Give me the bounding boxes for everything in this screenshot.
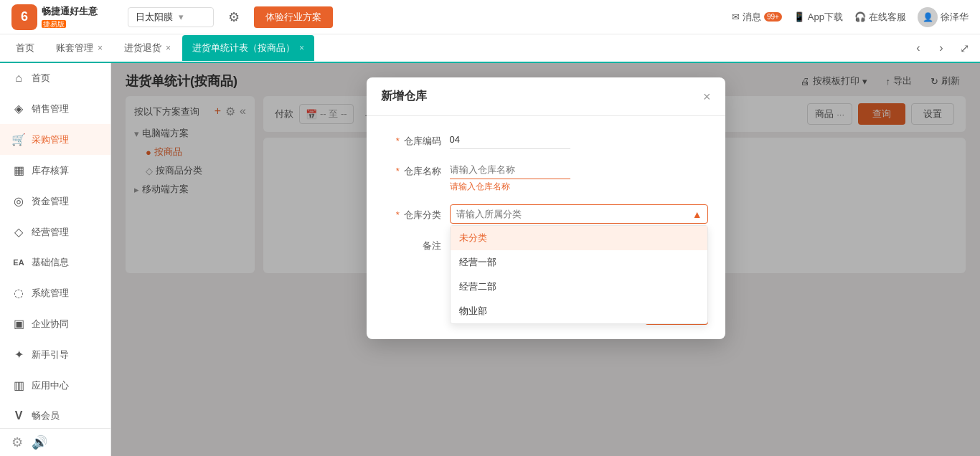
- sidebar-home-label: 首页: [32, 72, 99, 85]
- category-dropdown-wrap: ▲ 未分类 经营一部 经营二部 物业部: [450, 204, 708, 224]
- app-download-btn[interactable]: 📱 App下载: [793, 11, 843, 24]
- tab-expand-btn[interactable]: ⤢: [954, 38, 974, 58]
- sidebar-item-guide[interactable]: ✦ 新手引导: [0, 339, 110, 370]
- topbar-settings-btn[interactable]: ⚙: [222, 6, 245, 29]
- sidebar-operations-label: 经营管理: [32, 226, 99, 239]
- sales-icon: ◈: [11, 102, 26, 115]
- sidebar-member-label: 畅会员: [32, 409, 99, 422]
- dropdown-item-dept3[interactable]: 物业部: [451, 299, 707, 323]
- category-input[interactable]: [450, 204, 708, 224]
- home-icon: ⌂: [11, 72, 26, 85]
- remark-label: 备注: [384, 235, 441, 252]
- tab-purchase-stats-label: 进货单统计表（按商品）: [192, 42, 295, 54]
- sidebar-finance-label: 资金管理: [32, 195, 99, 208]
- enterprise-icon: ▣: [11, 317, 26, 331]
- content-area: 进货单统计(按商品) 🖨 按模板打印 ▾ ↑ 导出 ↻ 刷新: [111, 63, 980, 456]
- sidebar-guide-label: 新手引导: [32, 348, 99, 361]
- service-btn[interactable]: 🎧 在线客服: [854, 11, 906, 24]
- code-label: * 仓库编码: [384, 130, 441, 148]
- member-icon: V: [11, 409, 26, 422]
- sidebar-item-inventory[interactable]: ▦ 库存核算: [0, 155, 110, 186]
- sidebar-item-operations[interactable]: ◇ 经营管理: [0, 217, 110, 247]
- sidebar-system-label: 系统管理: [32, 287, 99, 300]
- store-selector[interactable]: 日太阳膜 ▾: [128, 7, 214, 27]
- top-bar: 6 畅捷通好生意 捷易版 日太阳膜 ▾ ⚙ 体验行业方案 ✉ 消息 99+ 📱 …: [0, 0, 980, 34]
- dropdown-item-dept1[interactable]: 经营一部: [451, 250, 707, 275]
- sidebar-enterprise-label: 企业协同: [32, 318, 99, 331]
- headset-icon: 🎧: [854, 11, 866, 22]
- sidebar-item-enterprise[interactable]: ▣ 企业协同: [0, 308, 110, 339]
- category-dropdown-arrow[interactable]: ▲: [692, 209, 702, 220]
- name-label: * 仓库名称: [384, 161, 441, 178]
- name-field-wrap: 请输入仓库名称: [450, 161, 708, 193]
- mobile-icon: 📱: [793, 11, 805, 22]
- tab-accounts-label: 账套管理: [56, 42, 93, 54]
- tab-purchase-return-label: 进货退货: [124, 42, 161, 54]
- category-label: * 仓库分类: [384, 204, 441, 222]
- code-input[interactable]: [450, 130, 570, 149]
- user-name: 徐泽华: [941, 11, 969, 24]
- avatar: 👤: [918, 7, 938, 27]
- dialog-overlay: 新增仓库 × * 仓库编码: [111, 63, 980, 456]
- category-dropdown-list: 未分类 经营一部 经营二部 物业部: [450, 225, 708, 324]
- name-error-msg: 请输入仓库名称: [450, 181, 708, 193]
- tab-accounts[interactable]: 账套管理 ×: [46, 35, 113, 61]
- dialog-title: 新增仓库: [381, 89, 427, 104]
- message-badge: 99+: [764, 12, 782, 22]
- dropdown-item-dept2[interactable]: 经营二部: [451, 275, 707, 299]
- code-field-wrap: [450, 130, 708, 149]
- tab-purchase-return-close[interactable]: ×: [166, 43, 171, 53]
- dropdown-item-unclassified[interactable]: 未分类: [451, 226, 707, 250]
- main-layout: ⌂ 首页 ◈ 销售管理 🛒 采购管理 ▦ 库存核算 ◎ 资金管理 ◇ 经营管理 …: [0, 63, 980, 456]
- purchase-icon: 🛒: [11, 133, 26, 146]
- brand-badge: 捷易版: [42, 20, 66, 28]
- tab-home[interactable]: 首页: [6, 35, 44, 61]
- message-btn[interactable]: ✉ 消息 99+: [732, 11, 782, 24]
- sidebar: ⌂ 首页 ◈ 销售管理 🛒 采购管理 ▦ 库存核算 ◎ 资金管理 ◇ 经营管理 …: [0, 63, 111, 456]
- tab-next-btn[interactable]: ›: [931, 38, 951, 58]
- logo-icon: 6: [11, 4, 37, 30]
- store-dropdown-icon: ▾: [179, 11, 184, 22]
- sidebar-item-base[interactable]: EA 基础信息: [0, 247, 110, 277]
- base-icon: EA: [11, 258, 26, 267]
- tab-accounts-close[interactable]: ×: [98, 43, 103, 53]
- dialog-close-btn[interactable]: ×: [703, 90, 711, 103]
- apps-icon: ▥: [11, 379, 26, 392]
- form-row-category: * 仓库分类 ▲ 未分类 经营一部 经营二部 物业部: [384, 204, 708, 224]
- tab-prev-btn[interactable]: ‹: [908, 38, 928, 58]
- volume-icon[interactable]: 🔊: [32, 434, 47, 450]
- user-area[interactable]: 👤 徐泽华: [918, 7, 969, 27]
- sidebar-item-system[interactable]: ◌ 系统管理: [0, 277, 110, 308]
- sidebar-purchase-label: 采购管理: [32, 133, 99, 146]
- tab-purchase-stats-close[interactable]: ×: [299, 43, 304, 53]
- tab-bar: 首页 账套管理 × 进货退货 × 进货单统计表（按商品） × ‹ › ⤢: [0, 34, 980, 63]
- tab-purchase-return[interactable]: 进货退货 ×: [114, 35, 181, 61]
- dialog-header: 新增仓库 ×: [367, 77, 725, 116]
- tab-purchase-stats[interactable]: 进货单统计表（按商品） ×: [182, 35, 314, 61]
- sidebar-item-purchase[interactable]: 🛒 采购管理: [0, 124, 110, 155]
- dialog-body: * 仓库编码 * 仓库名称: [367, 116, 725, 292]
- logo-area: 6 畅捷通好生意 捷易版: [11, 4, 119, 30]
- brand-info: 畅捷通好生意 捷易版: [42, 5, 98, 29]
- new-warehouse-dialog: 新增仓库 × * 仓库编码: [367, 77, 725, 339]
- settings-bottom-icon[interactable]: ⚙: [11, 434, 23, 450]
- brand-name: 畅捷通好生意: [42, 5, 98, 18]
- sidebar-item-home[interactable]: ⌂ 首页: [0, 63, 110, 93]
- sidebar-inventory-label: 库存核算: [32, 164, 99, 177]
- name-input[interactable]: [450, 161, 570, 179]
- service-label: 在线客服: [869, 11, 906, 24]
- required-star-category: *: [396, 209, 400, 220]
- required-star-name: *: [396, 166, 400, 176]
- finance-icon: ◎: [11, 194, 26, 208]
- sidebar-item-sales[interactable]: ◈ 销售管理: [0, 93, 110, 124]
- sidebar-item-finance[interactable]: ◎ 资金管理: [0, 186, 110, 217]
- form-row-code: * 仓库编码: [384, 130, 708, 149]
- sidebar-sales-label: 销售管理: [32, 103, 99, 115]
- sidebar-base-label: 基础信息: [32, 256, 99, 269]
- tab-home-label: 首页: [16, 42, 34, 54]
- trial-button[interactable]: 体验行业方案: [254, 6, 333, 28]
- sidebar-item-apps[interactable]: ▥ 应用中心: [0, 370, 110, 401]
- required-star-code: *: [396, 136, 400, 146]
- sidebar-item-member[interactable]: V 畅会员: [0, 401, 110, 431]
- store-name: 日太阳膜: [136, 11, 173, 24]
